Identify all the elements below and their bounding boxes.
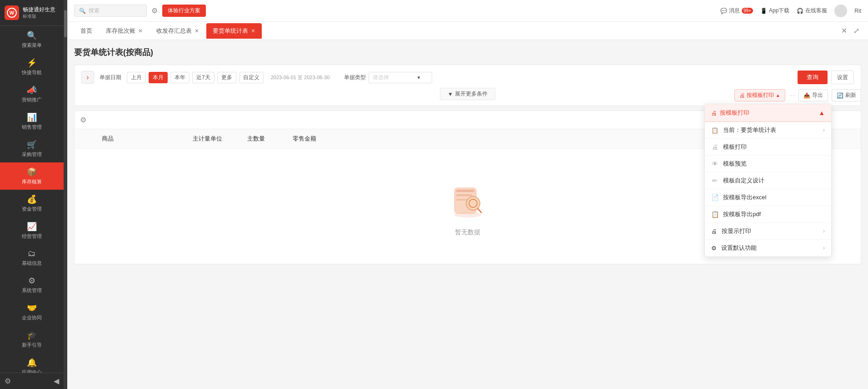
tab-receipt-summary[interactable]: 收发存汇总表 ✕ <box>150 23 205 39</box>
date-range-display: 2023-06-01 至 2023-06-30 <box>271 74 330 81</box>
sidebar-item-sales[interactable]: 📊 销售管理 <box>0 108 64 135</box>
settings-btn[interactable]: 设置 <box>831 71 854 84</box>
trial-btn[interactable]: 体验行业方案 <box>162 5 206 17</box>
topbar: 🔍 搜索 ⚙ 体验行业方案 💬 消息 99+ 📱 App下载 🎧 在线客服 Ri… <box>67 0 868 22</box>
content-area: 要货单统计表(按商品) 🖨 按模板打印 ▲ ··· 📤 导出 🔄 刷新 › <box>67 40 868 389</box>
sidebar-item-operations[interactable]: 📈 经营管理 <box>0 217 64 244</box>
main-area: 🔍 搜索 ⚙ 体验行业方案 💬 消息 99+ 📱 App下载 🎧 在线客服 Ri… <box>67 0 868 389</box>
tabs-right: ✕ ⤢ <box>839 25 861 36</box>
sidebar-item-finance[interactable]: 💰 资金管理 <box>0 190 64 217</box>
tab-order-summary[interactable]: 要货单统计表 ✕ <box>206 23 262 39</box>
sales-icon: 📊 <box>27 112 37 122</box>
search-icon-small: 🔍 <box>79 8 86 14</box>
search-placeholder: 搜索 <box>89 7 100 15</box>
current-template-item[interactable]: 📋 当前：要货单统计表 › <box>705 122 831 139</box>
print-dropdown-collapse-icon[interactable]: ▲ <box>818 109 825 116</box>
print-btn[interactable]: 🖨 按模板打印 ▲ <box>734 89 785 101</box>
app-download-label: App下载 <box>769 7 789 15</box>
template-design-item[interactable]: ✏ 模板自定义设计 <box>705 172 831 189</box>
template-preview-item[interactable]: 👁 模板预览 <box>705 156 831 172</box>
topbar-gear-icon[interactable]: ⚙ <box>151 6 158 15</box>
collapse-icon[interactable]: ◀ <box>54 377 59 385</box>
expand-more-btn[interactable]: ▼ 展开更多条件 <box>440 88 495 100</box>
display-print-icon: 🖨 <box>711 228 717 235</box>
sidebar-item-search[interactable]: 🔍 搜索菜单 <box>0 26 64 53</box>
template-preview-label: 模板预览 <box>723 160 747 168</box>
display-print-arrow-icon: › <box>823 228 825 234</box>
type-select-value: 请选择 <box>373 74 389 81</box>
sidebar-item-label-purchase: 采购管理 <box>22 151 42 158</box>
filter-expand-icon[interactable]: › <box>81 71 94 84</box>
message-btn[interactable]: 💬 消息 99+ <box>720 7 753 15</box>
app-icon: 📱 <box>760 8 767 14</box>
sidebar-scrollbar[interactable] <box>64 0 67 389</box>
expand-more-label: 展开更多条件 <box>455 90 488 98</box>
sidebar-scrollbar-thumb <box>64 10 67 37</box>
tab-home[interactable]: 首页 <box>74 23 99 39</box>
sidebar-item-collab[interactable]: 🤝 企业协同 <box>0 298 64 326</box>
home-label: 首页 <box>80 27 92 35</box>
template-excel-icon: 📄 <box>711 194 718 201</box>
tab-receipt-summary-close[interactable]: ✕ <box>195 28 199 34</box>
sidebar-item-basic[interactable]: 🗂 基础信息 <box>0 244 64 271</box>
svg-text:W: W <box>10 10 15 15</box>
default-settings-left: ⚙ 设置默认功能 <box>711 244 757 252</box>
tabs-close-btn[interactable]: ✕ <box>839 25 849 36</box>
date-this-month[interactable]: 本月 <box>149 72 168 83</box>
table-settings-icon[interactable]: ⚙ <box>80 116 86 124</box>
sidebar-item-label-system: 系统管理 <box>22 287 42 294</box>
tab-order-summary-close[interactable]: ✕ <box>251 28 255 34</box>
sidebar-bottom: ⚙ ◀ <box>0 373 64 389</box>
template-excel-label: 按模板导出excel <box>723 193 766 202</box>
sidebar-item-newguide[interactable]: 🎓 新手引导 <box>0 326 64 353</box>
printer-title-icon: 🖨 <box>711 110 717 116</box>
date-group: 上月 本月 本年 近7天 更多 自定义 <box>127 72 264 83</box>
display-print-item[interactable]: 🖨 按显示打印 › <box>705 223 831 240</box>
col-qty: 主数量 <box>244 133 289 145</box>
settings-icon[interactable]: ⚙ <box>5 377 11 385</box>
app-download-btn[interactable]: 📱 App下载 <box>760 7 789 15</box>
sidebar-item-appstore[interactable]: 🔔 应用中心 <box>0 353 64 373</box>
date-this-year[interactable]: 本年 <box>170 72 190 83</box>
template-excel-item[interactable]: 📄 按模板导出excel <box>705 189 831 206</box>
date-7days[interactable]: 近7天 <box>192 72 215 83</box>
template-print-icon: 🖨 <box>711 143 718 151</box>
tab-inventory-batch-close[interactable]: ✕ <box>138 28 143 34</box>
sidebar-logo: W 畅捷通好生意 标准版 <box>0 0 64 26</box>
message-label: 消息 <box>729 7 740 15</box>
default-settings-item[interactable]: ⚙ 设置默认功能 › <box>705 240 831 257</box>
avatar[interactable] <box>834 5 847 17</box>
sidebar-item-marketing[interactable]: 📣 营销推广 <box>0 81 64 108</box>
refresh-label: 刷新 <box>845 91 856 99</box>
refresh-btn[interactable]: 🔄 刷新 <box>832 89 861 101</box>
sidebar-item-quicknav[interactable]: ⚡ 快捷导航 <box>0 53 64 81</box>
date-more[interactable]: 更多 <box>217 72 236 83</box>
topbar-search-box[interactable]: 🔍 搜索 <box>74 5 147 17</box>
quicknav-icon: ⚡ <box>27 58 37 68</box>
date-custom[interactable]: 自定义 <box>239 72 264 83</box>
tab-inventory-batch[interactable]: 库存批次账 ✕ <box>100 23 149 39</box>
logo-icon: W <box>5 5 19 20</box>
inventory-icon: 📦 <box>27 167 37 177</box>
logo-text-area: 畅捷通好生意 标准版 <box>23 6 55 20</box>
more-options-icon[interactable]: ··· <box>789 91 795 100</box>
newguide-icon: 🎓 <box>27 330 37 340</box>
sidebar-item-purchase[interactable]: 🛒 采购管理 <box>0 135 64 162</box>
sidebar-item-label-operations: 经营管理 <box>22 233 42 240</box>
current-template-icon: 📋 <box>711 127 718 134</box>
user-name: Rit <box>854 8 861 14</box>
sidebar-item-inventory[interactable]: 📦 库存核算 <box>0 162 64 190</box>
date-last-month[interactable]: 上月 <box>127 72 146 83</box>
type-select[interactable]: 请选择 ▼ <box>369 72 432 83</box>
query-btn[interactable]: 查询 <box>798 71 828 84</box>
sidebar-item-system[interactable]: ⚙ 系统管理 <box>0 271 64 298</box>
display-print-label: 按显示打印 <box>722 227 751 235</box>
online-service-btn[interactable]: 🎧 在线客服 <box>797 7 827 15</box>
export-btn[interactable]: 📤 导出 <box>798 89 828 101</box>
template-print-item[interactable]: 🖨 模板打印 <box>705 139 831 156</box>
type-filter: 单据类型 请选择 ▼ <box>344 72 432 83</box>
sidebar-item-label-inventory: 库存核算 <box>22 178 42 185</box>
tabs-expand-btn[interactable]: ⤢ <box>852 25 861 36</box>
template-pdf-item[interactable]: 📋 按模板导出pdf <box>705 206 831 223</box>
tab-receipt-summary-label: 收发存汇总表 <box>156 27 192 35</box>
